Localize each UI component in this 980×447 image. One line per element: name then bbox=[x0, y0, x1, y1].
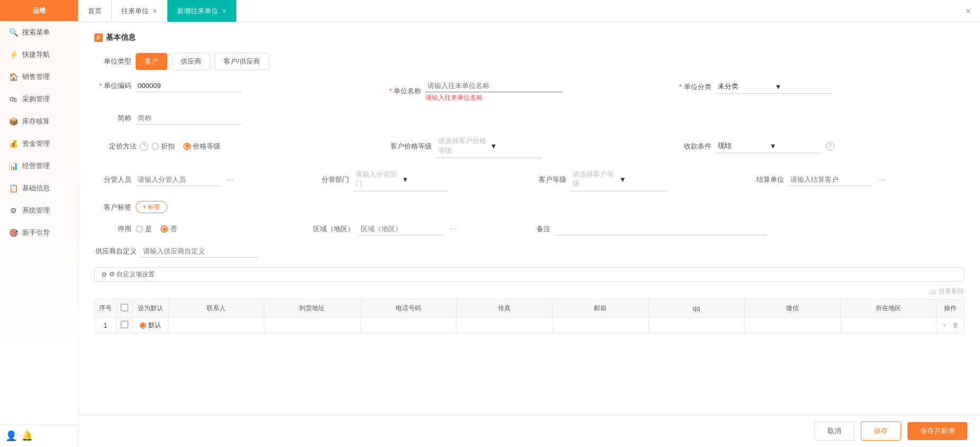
disabled-yes-radio[interactable]: 是 bbox=[136, 224, 152, 234]
form-footer: 取消 保存 保存并新增 bbox=[78, 415, 980, 447]
sidebar-item-biz[interactable]: 📊 经营管理 bbox=[0, 155, 78, 177]
sidebar-item-search-menu[interactable]: 🔍 搜索菜单 bbox=[0, 21, 78, 43]
sidebar-item-quick-nav[interactable]: ⚡ 快捷导航 bbox=[0, 43, 78, 66]
row-checkbox[interactable] bbox=[121, 321, 128, 328]
row-email-input[interactable] bbox=[556, 322, 645, 329]
customer-level-select[interactable]: 请选择客户等级 ▼ bbox=[571, 168, 666, 191]
contacts-table: 序号 设为默认 联系人 到货地址 电话号码 传真 邮箱 qq 微信 所在地区 操… bbox=[94, 299, 964, 334]
row-phone-input[interactable] bbox=[364, 322, 453, 329]
system-icon: ⚙ bbox=[8, 206, 18, 215]
tab-partner-list-close[interactable]: ✕ bbox=[152, 7, 157, 15]
sidebar-user-icon[interactable]: 👤 bbox=[5, 430, 17, 442]
col-region: 所在地区 bbox=[841, 300, 937, 318]
tab-add-partner-close[interactable]: ✕ bbox=[221, 7, 227, 15]
customer-level-field: 客户等级 请选择客户等级 ▼ bbox=[529, 168, 747, 191]
pricing-method-help[interactable]: ? bbox=[140, 142, 148, 151]
row-phone[interactable] bbox=[360, 318, 456, 334]
col-default: 设为默认 bbox=[132, 300, 168, 318]
sidebar-item-purchase[interactable]: 🛍 采购管理 bbox=[0, 88, 78, 110]
row-default-radio[interactable] bbox=[140, 322, 146, 329]
save-button[interactable]: 保存 bbox=[861, 422, 901, 441]
unit-code-input[interactable] bbox=[136, 80, 242, 92]
tabbar-close-all-button[interactable]: ✕ bbox=[957, 7, 980, 15]
row-contact[interactable] bbox=[168, 318, 264, 334]
unit-type-both-btn[interactable]: 客户/供应商 bbox=[215, 53, 269, 70]
unit-name-error: 请输入往来单位名称 bbox=[425, 93, 563, 102]
sidebar-item-guide[interactable]: 🎯 新手引导 bbox=[0, 222, 78, 244]
disabled-no-radio[interactable]: 否 bbox=[161, 224, 177, 234]
custom-settings-button[interactable]: ⚙ ⚙ 自定义项设置 bbox=[94, 267, 964, 282]
row-region-input[interactable] bbox=[844, 322, 933, 329]
manager-more-btn[interactable]: ··· bbox=[227, 175, 234, 185]
customer-tag-label: 客户标签 bbox=[94, 203, 131, 212]
region-input[interactable] bbox=[359, 223, 443, 235]
row-wechat[interactable] bbox=[744, 318, 840, 334]
select-all-checkbox[interactable] bbox=[121, 304, 128, 311]
row-fax-input[interactable] bbox=[460, 322, 549, 329]
short-name-field: 简称 bbox=[94, 112, 253, 125]
disabled-no-label: 否 bbox=[170, 224, 177, 234]
pricing-level-radio[interactable]: 价格等级 bbox=[183, 142, 220, 151]
add-tag-button[interactable]: + 标签 bbox=[136, 201, 167, 213]
sidebar-item-capital[interactable]: 💰 资金管理 bbox=[0, 133, 78, 155]
unit-type-customer-btn[interactable]: 客户 bbox=[136, 53, 167, 70]
customer-price-level-select[interactable]: 请选择客户价格等级 ▼ bbox=[436, 134, 542, 158]
sidebar-item-inventory[interactable]: 📦 库存核算 bbox=[0, 110, 78, 133]
row-email[interactable] bbox=[553, 318, 648, 334]
sidebar-item-sales[interactable]: 🏠 销售管理 bbox=[0, 66, 78, 88]
sidebar-item-label: 系统管理 bbox=[22, 206, 50, 215]
col-action: 操作 bbox=[937, 300, 964, 318]
tab-add-partner[interactable]: 新增往来单位 ✕ bbox=[167, 0, 237, 22]
row-region[interactable] bbox=[841, 318, 937, 334]
row-delete-btn[interactable]: 🗑 bbox=[952, 321, 959, 329]
tab-home[interactable]: 首页 bbox=[78, 0, 112, 22]
disabled-field: 停用 是 否 bbox=[94, 224, 312, 234]
row-contact-input[interactable] bbox=[172, 322, 261, 329]
pricing-level-label: 价格等级 bbox=[193, 142, 220, 151]
tab-partner-list[interactable]: 往来单位 ✕ bbox=[112, 0, 167, 22]
row-qq-input[interactable] bbox=[652, 322, 741, 329]
short-name-row: 简称 bbox=[94, 112, 964, 125]
remarks-input[interactable] bbox=[555, 223, 767, 235]
sidebar-notify-icon[interactable]: 🔔 bbox=[21, 430, 33, 442]
row-address[interactable] bbox=[264, 318, 360, 334]
payment-terms-value: 现结 bbox=[718, 141, 768, 151]
tabbar: 首页 往来单位 ✕ 新增往来单位 ✕ ✕ bbox=[78, 0, 980, 22]
row-qq[interactable] bbox=[648, 318, 744, 334]
row-add-btn[interactable]: ＋ bbox=[941, 321, 948, 329]
quick-nav-icon: ⚡ bbox=[8, 50, 18, 59]
purchase-icon: 🛍 bbox=[8, 94, 18, 104]
supplier-custom-row: 供应商自定义 bbox=[94, 245, 964, 258]
unit-type-label: 单位类型 bbox=[94, 57, 131, 66]
manager-input[interactable] bbox=[136, 173, 220, 186]
payment-terms-help[interactable]: ? bbox=[826, 142, 834, 151]
unit-name-input[interactable] bbox=[425, 80, 563, 92]
settlement-unit-more-btn[interactable]: ··· bbox=[879, 175, 886, 185]
row-wechat-input[interactable] bbox=[748, 322, 837, 329]
short-name-input[interactable] bbox=[136, 112, 242, 125]
unit-code-field: 单位编码 bbox=[94, 80, 384, 92]
pricing-discount-radio[interactable]: 折扣 bbox=[152, 142, 175, 151]
unit-type-supplier-btn[interactable]: 供应商 bbox=[172, 53, 210, 70]
row-default: 默认 bbox=[132, 318, 168, 334]
row-address-input[interactable] bbox=[268, 322, 357, 329]
col-check bbox=[117, 300, 132, 318]
sidebar-item-system[interactable]: ⚙ 系统管理 bbox=[0, 199, 78, 222]
supplier-custom-input[interactable] bbox=[141, 245, 257, 258]
unit-category-select[interactable]: 未分类 ▼ bbox=[716, 80, 832, 94]
settlement-unit-input[interactable] bbox=[788, 173, 873, 186]
cancel-button[interactable]: 取消 bbox=[814, 422, 854, 441]
batch-delete-button[interactable]: 批量删除 bbox=[939, 287, 964, 296]
settlement-unit-field: 结算单位 ··· bbox=[747, 173, 965, 186]
department-select[interactable]: 请输入分管部门 ▼ bbox=[353, 168, 449, 191]
sidebar-item-basic-info[interactable]: 📋 基础信息 bbox=[0, 177, 78, 199]
row-fax[interactable] bbox=[456, 318, 552, 334]
payment-terms-select[interactable]: 现结 ▼ bbox=[716, 139, 822, 153]
save-new-button[interactable]: 保存并新增 bbox=[907, 422, 967, 440]
sales-icon: 🏠 bbox=[8, 72, 18, 82]
sidebar-item-label: 快捷导航 bbox=[22, 50, 50, 59]
region-more-btn[interactable]: ··· bbox=[450, 224, 457, 234]
section-basic-info: F 基本信息 bbox=[94, 33, 964, 42]
main: 首页 往来单位 ✕ 新增往来单位 ✕ ✕ F 基本信息 单位类型 客户 供应商 … bbox=[78, 0, 980, 447]
gear-icon: ⚙ bbox=[101, 271, 107, 278]
